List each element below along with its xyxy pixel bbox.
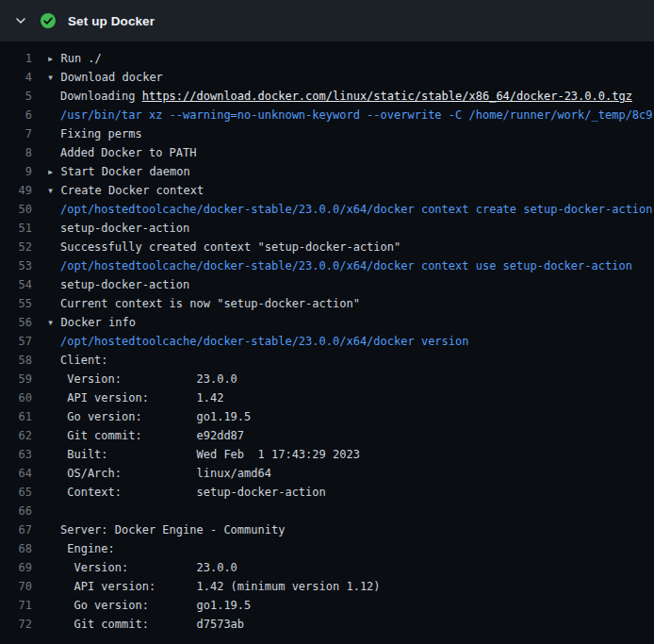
line-number[interactable]: 70 xyxy=(0,577,47,596)
log-text: setup-docker-action xyxy=(47,275,654,294)
log-line: 67Server: Docker Engine - Community xyxy=(0,520,654,539)
chevron-down-icon[interactable] xyxy=(13,13,28,28)
line-number[interactable]: 56 xyxy=(0,313,47,332)
log-text: Added Docker to PATH xyxy=(47,143,654,162)
line-number[interactable]: 5 xyxy=(0,87,47,106)
command-text: /opt/hostedtoolcache/docker-stable/23.0.… xyxy=(47,200,654,219)
log-line: 71 Go version: go1.19.5 xyxy=(0,596,654,615)
log-line[interactable]: 56▾ Docker info xyxy=(0,313,654,332)
line-number[interactable]: 51 xyxy=(0,219,47,238)
command-text: /usr/bin/tar xz --warning=no-unknown-key… xyxy=(47,106,654,124)
log-line: 53/opt/hostedtoolcache/docker-stable/23.… xyxy=(0,256,654,275)
log-line: 68 Engine: xyxy=(0,539,654,558)
log-line: 5Downloading https://download.docker.com… xyxy=(0,87,654,106)
line-number[interactable]: 69 xyxy=(0,558,47,577)
line-number[interactable]: 4 xyxy=(0,68,47,87)
log-line[interactable]: 9▸ Start Docker daemon xyxy=(0,162,654,181)
check-circle-icon xyxy=(40,12,57,29)
line-number[interactable]: 54 xyxy=(0,275,47,294)
log-line: 50/opt/hostedtoolcache/docker-stable/23.… xyxy=(0,200,654,219)
step-title: Set up Docker xyxy=(68,14,155,28)
line-number[interactable]: 68 xyxy=(0,539,47,558)
expand-toggle-icon[interactable]: ▸ xyxy=(47,165,54,178)
line-number[interactable]: 50 xyxy=(0,200,47,219)
log-line: 72 Git commit: d7573ab xyxy=(0,615,654,634)
log-text: Git commit: e92dd87 xyxy=(47,426,654,445)
step-header[interactable]: Set up Docker xyxy=(0,0,654,41)
log-line[interactable]: 4▾ Download docker xyxy=(0,68,654,87)
line-number[interactable]: 49 xyxy=(0,181,47,200)
line-number[interactable]: 55 xyxy=(0,294,47,313)
group-line-text: ▾ Download docker xyxy=(47,68,654,87)
line-number[interactable]: 67 xyxy=(0,520,47,539)
line-number[interactable]: 57 xyxy=(0,332,47,351)
line-number[interactable]: 8 xyxy=(0,143,47,162)
line-number[interactable]: 71 xyxy=(0,596,47,615)
log-line: 57/opt/hostedtoolcache/docker-stable/23.… xyxy=(0,332,654,351)
log-text: Go version: go1.19.5 xyxy=(47,407,654,426)
line-number[interactable]: 9 xyxy=(0,162,47,181)
log-line: 6/usr/bin/tar xz --warning=no-unknown-ke… xyxy=(0,106,654,124)
collapse-toggle-icon[interactable]: ▾ xyxy=(47,316,54,329)
log-text xyxy=(47,502,654,520)
log-text: Version: 23.0.0 xyxy=(47,370,654,388)
log-link[interactable]: https://download.docker.com/linux/static… xyxy=(142,90,632,103)
log-text: setup-docker-action xyxy=(47,219,654,238)
log-line[interactable]: 1▸ Run ./ xyxy=(0,49,654,68)
log-text: API version: 1.42 xyxy=(47,388,654,407)
log-text: Git commit: d7573ab xyxy=(47,615,654,634)
log-text: Client: xyxy=(47,351,654,370)
collapse-toggle-icon[interactable]: ▾ xyxy=(47,71,54,84)
log-text: Fixing perms xyxy=(47,124,654,143)
log-text: Go version: go1.19.5 xyxy=(47,596,654,615)
line-number[interactable]: 58 xyxy=(0,351,47,370)
log-line: 66 xyxy=(0,502,654,520)
log-line: 55Current context is now "setup-docker-a… xyxy=(0,294,654,313)
log-line: 65 Context: setup-docker-action xyxy=(0,483,654,502)
log-line: 63 Built: Wed Feb 1 17:43:29 2023 xyxy=(0,445,654,464)
line-number[interactable]: 64 xyxy=(0,464,47,483)
log-text: OS/Arch: linux/amd64 xyxy=(47,464,654,483)
log-line: 64 OS/Arch: linux/amd64 xyxy=(0,464,654,483)
group-line-text: ▸ Start Docker daemon xyxy=(47,162,654,181)
line-number[interactable]: 63 xyxy=(0,445,47,464)
line-number[interactable]: 65 xyxy=(0,483,47,502)
group-line-text: ▾ Create Docker context xyxy=(47,181,654,200)
log-line: 8Added Docker to PATH xyxy=(0,143,654,162)
log-line[interactable]: 49▾ Create Docker context xyxy=(0,181,654,200)
line-number[interactable]: 1 xyxy=(0,49,47,68)
log-text: Context: setup-docker-action xyxy=(47,483,654,502)
log-line: 54setup-docker-action xyxy=(0,275,654,294)
line-number[interactable]: 6 xyxy=(0,106,47,124)
group-line-text: ▾ Docker info xyxy=(47,313,654,332)
command-text: /opt/hostedtoolcache/docker-stable/23.0.… xyxy=(47,256,654,275)
log-text: Built: Wed Feb 1 17:43:29 2023 xyxy=(47,445,654,464)
expand-toggle-icon[interactable]: ▸ xyxy=(47,52,54,65)
line-number[interactable]: 7 xyxy=(0,124,47,143)
log-text: Downloading https://download.docker.com/… xyxy=(47,87,654,106)
log-text: Engine: xyxy=(47,539,654,558)
log-text: API version: 1.42 (minimum version 1.12) xyxy=(47,577,654,596)
log-line: 7Fixing perms xyxy=(0,124,654,143)
line-number[interactable]: 60 xyxy=(0,388,47,407)
log-line: 58Client: xyxy=(0,351,654,370)
line-number[interactable]: 66 xyxy=(0,502,47,520)
log-text: Server: Docker Engine - Community xyxy=(47,520,654,539)
log-line: 69 Version: 23.0.0 xyxy=(0,558,654,577)
collapse-toggle-icon[interactable]: ▾ xyxy=(47,184,54,197)
log-line: 60 API version: 1.42 xyxy=(0,388,654,407)
log-text: Successfully created context "setup-dock… xyxy=(47,238,654,256)
line-number[interactable]: 53 xyxy=(0,256,47,275)
line-number[interactable]: 72 xyxy=(0,615,47,634)
line-number[interactable]: 59 xyxy=(0,370,47,388)
log-text: Current context is now "setup-docker-act… xyxy=(47,294,654,313)
log-lines: 1▸ Run ./4▾ Download docker5Downloading … xyxy=(0,41,654,634)
log-line: 62 Git commit: e92dd87 xyxy=(0,426,654,445)
line-number[interactable]: 61 xyxy=(0,407,47,426)
line-number[interactable]: 62 xyxy=(0,426,47,445)
log-line: 61 Go version: go1.19.5 xyxy=(0,407,654,426)
log-text: Version: 23.0.0 xyxy=(47,558,654,577)
line-number[interactable]: 52 xyxy=(0,238,47,256)
log-line: 70 API version: 1.42 (minimum version 1.… xyxy=(0,577,654,596)
group-line-text: ▸ Run ./ xyxy=(47,49,654,68)
